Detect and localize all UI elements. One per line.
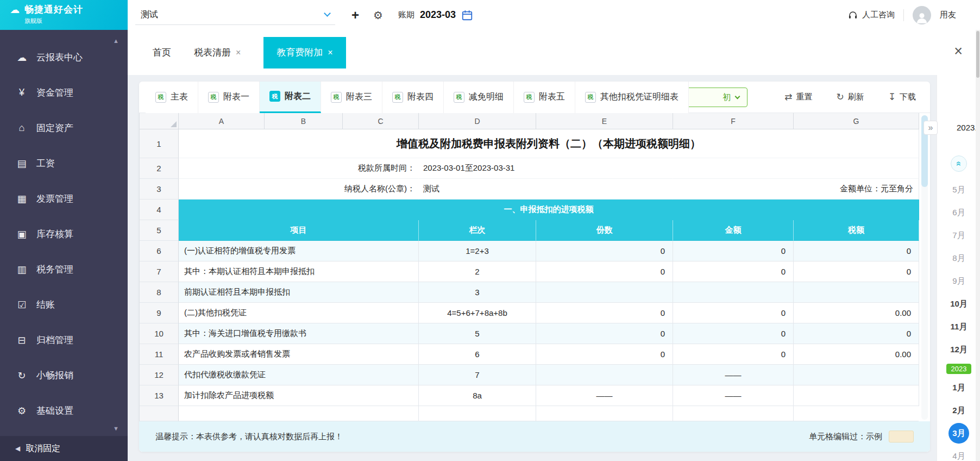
taxpayer-label-cell[interactable]: 纳税人名称(公章)： <box>179 179 419 200</box>
sidebar-item-settings[interactable]: ⚙ 基础设置 <box>0 393 128 428</box>
item-cell[interactable]: 代扣代缴税收缴款凭证 <box>179 365 419 385</box>
month-item[interactable]: 12月 <box>937 338 980 361</box>
window-scrollbar-thumb[interactable] <box>976 31 979 78</box>
month-item[interactable]: 6月 <box>937 201 980 224</box>
sheet-tab-appendix-5[interactable]: 税 附表五 <box>514 82 575 113</box>
column-cell[interactable]: 5 <box>419 323 536 344</box>
column-cell[interactable]: 3 <box>419 282 536 303</box>
window-scrollbar[interactable] <box>976 30 980 461</box>
count-cell[interactable]: 0 <box>536 261 673 282</box>
row-header[interactable]: 8 <box>140 282 179 303</box>
tax-cell[interactable]: 0 <box>794 261 919 282</box>
amount-cell[interactable]: —— <box>673 385 794 406</box>
period-label-cell[interactable]: 税款所属时间： <box>179 158 419 179</box>
grid-scrollbar[interactable] <box>921 115 928 420</box>
period-filter-button[interactable]: 初 <box>682 88 747 107</box>
amount-cell[interactable] <box>673 406 794 421</box>
header-column-cell[interactable]: 栏次 <box>419 220 536 241</box>
item-cell[interactable]: 加计扣除农产品进项税额 <box>179 385 419 406</box>
tax-cell[interactable] <box>794 282 919 303</box>
user-menu[interactable]: 用友 <box>940 10 956 20</box>
amount-cell[interactable]: 0 <box>673 261 794 282</box>
tax-cell[interactable]: 0.00 <box>794 303 919 323</box>
sidebar-scroll-down-icon[interactable]: ▼ <box>113 425 119 432</box>
sidebar-item-reimburse[interactable]: ↻ 小畅报销 <box>0 358 128 393</box>
row-header[interactable]: 3 <box>140 179 179 200</box>
column-header[interactable]: G <box>794 113 919 129</box>
row-header[interactable]: 11 <box>140 344 179 365</box>
month-item[interactable]: 1月 <box>937 376 980 399</box>
reset-button[interactable]: ⇄ 重置 <box>784 91 812 103</box>
row-header[interactable]: 6 <box>140 241 179 261</box>
amount-cell[interactable]: 0 <box>673 323 794 344</box>
column-header[interactable]: A <box>179 113 265 129</box>
item-cell[interactable]: (二)其他扣税凭证 <box>179 303 419 323</box>
amount-cell[interactable]: 0 <box>673 303 794 323</box>
tab-tax-register[interactable]: 税表清册 × <box>194 46 241 59</box>
column-cell[interactable]: 8a <box>419 385 536 406</box>
collapse-panel-button[interactable]: » <box>924 121 938 135</box>
column-header[interactable]: E <box>536 113 673 129</box>
unit-note-cell[interactable]: 金额单位：元至角分 <box>673 179 919 200</box>
period-value-cell[interactable]: 2023-03-01至2023-03-31 <box>419 158 673 179</box>
tax-cell[interactable]: 0.00 <box>794 344 919 365</box>
row-header[interactable]: 13 <box>140 385 179 406</box>
form-title-cell[interactable]: 增值税及附加税费申报表附列资料（二）（本期进项税额明细） <box>179 129 919 158</box>
avatar[interactable] <box>913 6 931 24</box>
row-header[interactable] <box>140 406 179 421</box>
sidebar-item-archive[interactable]: ⊟ 归档管理 <box>0 322 128 358</box>
amount-cell[interactable]: 0 <box>673 241 794 261</box>
tax-cell[interactable]: 0 <box>794 323 919 344</box>
period-value[interactable]: 2023-03 <box>420 9 456 21</box>
count-cell[interactable] <box>536 406 673 421</box>
count-cell[interactable]: 0 <box>536 303 673 323</box>
count-cell[interactable]: 0 <box>536 323 673 344</box>
tax-cell[interactable] <box>794 385 919 406</box>
header-amount-cell[interactable]: 金额 <box>673 220 794 241</box>
sheet-tab-other-vouchers[interactable]: 税 其他扣税凭证明细表 <box>575 82 689 113</box>
column-header[interactable]: C <box>343 113 419 129</box>
sidebar-item-cloud-reports[interactable]: ☁ 云报表中心 <box>0 40 128 75</box>
item-cell[interactable]: 其中：海关进口增值税专用缴款书 <box>179 323 419 344</box>
close-page-icon[interactable]: × <box>954 44 963 59</box>
tax-cell[interactable] <box>794 406 919 421</box>
column-cell[interactable]: 4=5+6+7+8a+8b <box>419 303 536 323</box>
sheet-tab-appendix-2[interactable]: 税 附表二 <box>260 82 321 113</box>
month-item[interactable]: 5月 <box>937 178 980 201</box>
calendar-icon[interactable] <box>461 9 473 21</box>
month-item[interactable]: 10月 <box>937 292 980 315</box>
sidebar-item-fixed-assets[interactable]: ⌂ 固定资产 <box>0 110 128 146</box>
month-item[interactable]: 8月 <box>937 247 980 270</box>
refresh-button[interactable]: ↻ 刷新 <box>837 91 864 103</box>
count-cell[interactable] <box>536 282 673 303</box>
month-item[interactable]: 4月 <box>937 445 980 461</box>
column-header[interactable]: F <box>673 113 794 129</box>
column-cell[interactable]: 2 <box>419 261 536 282</box>
header-count-cell[interactable]: 份数 <box>536 220 673 241</box>
add-account-button[interactable]: + <box>351 8 359 23</box>
tax-cell[interactable] <box>794 365 919 385</box>
column-cell[interactable]: 7 <box>419 365 536 385</box>
item-cell[interactable]: (一)认证相符的增值税专用发票 <box>179 241 419 261</box>
sidebar-item-inventory[interactable]: ▣ 库存核算 <box>0 216 128 252</box>
sidebar-item-closing[interactable]: ☑ 结账 <box>0 287 128 322</box>
month-item[interactable]: 9月 <box>937 270 980 292</box>
count-cell[interactable]: 0 <box>536 241 673 261</box>
tab-education-surcharge[interactable]: 教育费附加 × <box>263 37 345 68</box>
taxpayer-value-cell[interactable]: 测试 <box>419 179 673 200</box>
row-header[interactable]: 1 <box>140 129 179 158</box>
row-header[interactable]: 4 <box>140 200 179 220</box>
empty-cell[interactable] <box>673 158 919 179</box>
month-item[interactable]: 11月 <box>937 315 980 338</box>
column-cell[interactable]: 6 <box>419 344 536 365</box>
sheet-tab-appendix-4[interactable]: 税 附表四 <box>382 82 444 113</box>
count-cell[interactable]: —— <box>536 385 673 406</box>
support-button[interactable]: 人工咨询 <box>848 10 895 20</box>
close-tab-icon[interactable]: × <box>328 48 332 58</box>
section-banner-cell[interactable]: 一、申报抵扣的进项税额 <box>179 200 919 220</box>
amount-cell[interactable] <box>673 282 794 303</box>
count-cell[interactable]: 0 <box>536 344 673 365</box>
amount-cell[interactable]: 0 <box>673 344 794 365</box>
sidebar-scroll-up-icon[interactable]: ▲ <box>113 38 119 44</box>
header-tax-cell[interactable]: 税额 <box>794 220 919 241</box>
